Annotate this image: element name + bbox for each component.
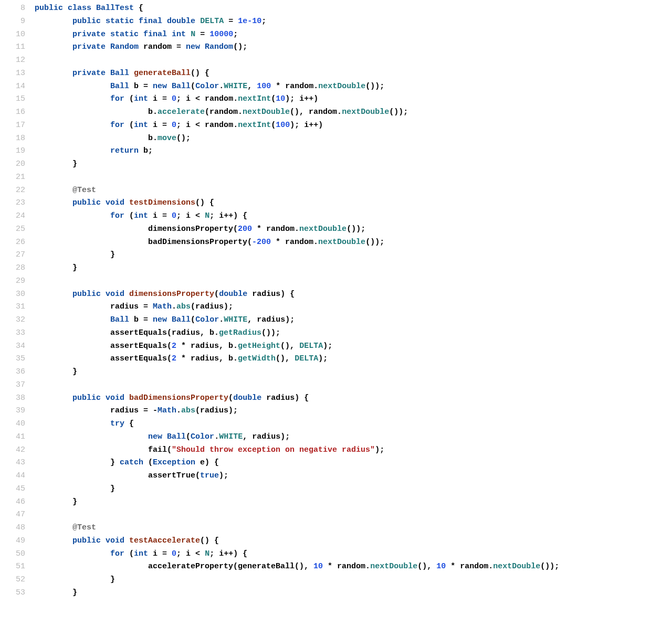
token-txt: radius = - bbox=[35, 406, 158, 415]
token-txt bbox=[124, 394, 129, 402]
token-txt: * random. bbox=[446, 562, 493, 571]
code-line bbox=[35, 54, 672, 67]
line-number: 23 bbox=[0, 197, 25, 210]
token-txt: ( bbox=[271, 121, 276, 130]
token-txt: b = bbox=[129, 82, 153, 91]
token-txt bbox=[167, 82, 172, 91]
token-txt bbox=[35, 419, 110, 428]
line-number: 26 bbox=[0, 236, 25, 249]
line-number: 15 bbox=[0, 93, 25, 106]
code-line: public void testDimensions() { bbox=[35, 197, 672, 210]
token-type: Ball bbox=[167, 432, 186, 441]
token-txt bbox=[106, 30, 110, 39]
token-kw: public bbox=[35, 4, 63, 13]
line-number: 17 bbox=[0, 119, 25, 132]
code-line: for (int i = 0; i < random.nextInt(100);… bbox=[35, 119, 672, 132]
token-type: Math bbox=[158, 406, 176, 415]
token-kw: double bbox=[233, 394, 261, 402]
token-txt: (), bbox=[417, 562, 436, 571]
line-number: 43 bbox=[0, 457, 25, 470]
token-txt: ( bbox=[124, 94, 134, 103]
token-txt bbox=[186, 30, 191, 39]
token-mth: badDimensionsProperty bbox=[129, 394, 228, 402]
token-txt: ()); bbox=[365, 82, 384, 91]
token-txt: } bbox=[35, 250, 115, 259]
token-txt bbox=[106, 69, 110, 78]
token-type: BallTest bbox=[96, 4, 134, 13]
token-txt: = bbox=[224, 17, 238, 26]
token-txt bbox=[35, 198, 72, 207]
token-txt: ; i++) { bbox=[209, 549, 247, 558]
token-mth: dimensionsProperty bbox=[129, 290, 214, 299]
token-type: Ball bbox=[110, 69, 129, 78]
token-call: nextDouble bbox=[243, 108, 290, 116]
token-txt bbox=[101, 198, 106, 207]
token-type: Ball bbox=[172, 315, 191, 324]
token-kw: for bbox=[110, 94, 124, 103]
token-kw: public bbox=[72, 536, 101, 545]
token-txt: ()); bbox=[346, 225, 365, 234]
token-type: Random bbox=[110, 43, 139, 51]
token-txt: * random. bbox=[252, 225, 299, 234]
token-txt: radius = bbox=[35, 302, 153, 311]
line-number: 11 bbox=[0, 41, 25, 54]
token-txt: } bbox=[35, 588, 77, 597]
line-number: 24 bbox=[0, 210, 25, 223]
token-txt bbox=[134, 17, 139, 26]
code-editor: 8910111213141516171819202122232425262728… bbox=[0, 0, 672, 602]
line-number: 39 bbox=[0, 405, 25, 418]
line-number: 32 bbox=[0, 314, 25, 327]
line-number: 35 bbox=[0, 353, 25, 366]
line-number: 37 bbox=[0, 379, 25, 392]
token-kw: final bbox=[143, 30, 167, 39]
token-txt: i = bbox=[148, 549, 172, 558]
token-txt: ( bbox=[191, 82, 195, 91]
token-call: nextDouble bbox=[318, 82, 365, 91]
token-kw: for bbox=[110, 549, 124, 558]
token-txt: ; i++) { bbox=[209, 211, 247, 220]
token-call: nextDouble bbox=[342, 108, 389, 116]
token-txt: , bbox=[247, 82, 257, 91]
code-line: public void dimensionsProperty(double ra… bbox=[35, 288, 672, 301]
token-txt: ); bbox=[318, 354, 328, 363]
token-type: Math bbox=[153, 302, 172, 311]
token-kw: void bbox=[106, 290, 124, 299]
code-line: } bbox=[35, 262, 672, 275]
token-txt: * radius, b. bbox=[176, 354, 238, 363]
token-kw: catch bbox=[120, 458, 143, 467]
code-line: for (int i = 0; i < random.nextInt(10); … bbox=[35, 93, 672, 106]
token-type: Color bbox=[195, 82, 219, 91]
code-area[interactable]: public class BallTest { public static fi… bbox=[33, 2, 672, 600]
token-txt: ( bbox=[124, 549, 134, 558]
code-line bbox=[35, 379, 672, 392]
line-number: 10 bbox=[0, 28, 25, 41]
token-txt: radius) { bbox=[247, 290, 295, 299]
token-txt: = bbox=[195, 30, 209, 39]
code-line: return b; bbox=[35, 145, 672, 158]
token-call: nextDouble bbox=[493, 562, 540, 571]
token-num: 2 bbox=[172, 342, 176, 351]
token-call: getRadius bbox=[219, 328, 261, 337]
token-call: nextInt bbox=[238, 94, 271, 103]
code-line bbox=[35, 275, 672, 288]
token-txt: ; i < bbox=[176, 549, 205, 558]
token-txt: radius) { bbox=[261, 394, 309, 402]
token-txt: * radius, b. bbox=[176, 342, 238, 351]
token-txt: ( bbox=[214, 290, 219, 299]
code-line: assertTrue(true); bbox=[35, 470, 672, 483]
token-txt: . bbox=[172, 302, 176, 311]
line-number: 12 bbox=[0, 54, 25, 67]
token-txt bbox=[124, 290, 129, 299]
code-line: Ball b = new Ball(Color.WHITE, radius); bbox=[35, 314, 672, 327]
token-kw: true bbox=[200, 471, 219, 480]
token-txt: } bbox=[35, 367, 77, 376]
token-type: Exception bbox=[153, 458, 195, 467]
token-txt: () { bbox=[195, 198, 214, 207]
line-number: 48 bbox=[0, 522, 25, 535]
token-txt: , radius); bbox=[243, 432, 290, 441]
token-txt bbox=[35, 69, 72, 78]
token-txt: i = bbox=[148, 211, 172, 220]
token-call: nextInt bbox=[238, 121, 271, 130]
code-line: } bbox=[35, 483, 672, 496]
token-txt bbox=[139, 30, 143, 39]
